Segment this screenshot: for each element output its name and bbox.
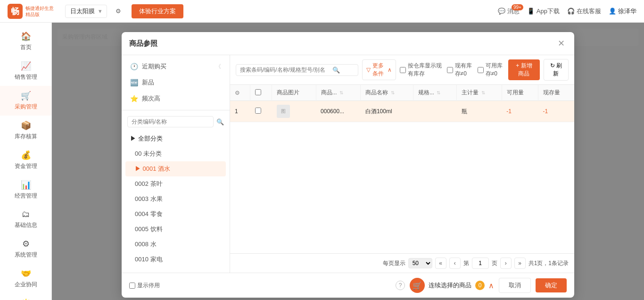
tree-item-uncategorized[interactable]: 00 未分类 [125, 146, 226, 161]
phone-icon: 📱 [527, 8, 535, 15]
footer-left: 显示停用 [129, 282, 160, 290]
row-num: 1 [230, 101, 250, 122]
star-icon: ⭐ [130, 95, 138, 102]
confirm-button[interactable]: 确定 [536, 278, 567, 292]
tree-item-0002[interactable]: 0002 茶叶 [125, 176, 226, 192]
user-avatar[interactable]: 👤 徐泽华 [609, 7, 636, 16]
available-stock-checkbox[interactable] [478, 67, 484, 73]
row-checkbox[interactable] [250, 101, 272, 122]
new-product-tab[interactable]: 🆕 新品 [125, 75, 226, 90]
clock-icon: 🕐 [130, 63, 138, 70]
first-page-button[interactable]: « [435, 258, 446, 269]
sidebar-item-enterprise[interactable]: 🤝 企业协同 [0, 264, 51, 293]
tree-item-0008[interactable]: 0008 水 [125, 237, 226, 252]
available-stock-filter[interactable]: 可用库存≠0 [478, 62, 504, 78]
prev-page-button[interactable]: ‹ [449, 258, 461, 269]
enterprise-icon: 🤝 [21, 268, 31, 279]
th-available[interactable]: 可用量 [502, 85, 538, 101]
experience-button[interactable]: 体验行业方案 [132, 4, 183, 18]
sidebar-item-basic-info[interactable]: 🗂 基础信息 [0, 205, 51, 234]
tree-item-0001[interactable]: ▶ 0001 酒水 [125, 161, 226, 176]
sidebar: 🏠 首页 📈 销售管理 🛒 采购管理 📦 库存核算 💰 资金管理 📊 经营管理 … [0, 23, 52, 300]
product-search-input[interactable] [240, 67, 330, 73]
select-all-checkbox[interactable] [255, 89, 261, 95]
sidebar-item-inventory[interactable]: 📦 库存核算 [0, 116, 51, 145]
category-search-row: 🔍 [122, 114, 230, 129]
warehouse-stock-checkbox[interactable] [400, 67, 406, 73]
content-area: 采购管理内容区域 商品参照 ✕ 🕐 近期购买 [52, 23, 644, 300]
divider [122, 110, 230, 110]
modal-overlay: 商品参照 ✕ 🕐 近期购买 《 � [52, 23, 644, 300]
th-settings[interactable]: ⚙ [230, 85, 250, 101]
product-table: ⚙ 商品图片 商品... ⇅ 商品名称 ⇅ 规格... ⇅ 主计量 ⇅ 可用量 [230, 85, 574, 122]
category-search-icon[interactable]: 🔍 [216, 118, 224, 125]
tree-item-0003[interactable]: 0003 水果 [125, 192, 226, 207]
branch-selector[interactable]: 日太阳膜 ▾ [65, 5, 107, 18]
recent-purchase-tab[interactable]: 🕐 近期购买 《 [125, 59, 226, 74]
collapse-icon[interactable]: 《 [215, 63, 221, 71]
product-table-container: ⚙ 商品图片 商品... ⇅ 商品名称 ⇅ 规格... ⇅ 主计量 ⇅ 可用量 [230, 85, 574, 253]
collapse-up-icon[interactable]: ∧ [488, 281, 494, 290]
sidebar-item-sales[interactable]: 📈 销售管理 [0, 56, 51, 86]
next-page-button[interactable]: › [500, 258, 512, 269]
right-panel: 🔍 ▽ 更多条件 ∧ 按仓库显示现有库存 [230, 55, 574, 273]
th-name[interactable]: 商品名称 ⇅ [361, 85, 413, 101]
table-header-row: ⚙ 商品图片 商品... ⇅ 商品名称 ⇅ 规格... ⇅ 主计量 ⇅ 可用量 [230, 85, 574, 101]
tree-item-all[interactable]: ▶ 全部分类 [125, 131, 226, 146]
operation-icon: 📊 [21, 180, 31, 190]
filter-button[interactable]: ▽ 更多条件 ∧ [362, 59, 396, 80]
modal-body: 🕐 近期购买 《 🆕 新品 ⭐ 频次高 [122, 55, 574, 273]
messages-button[interactable]: 💬 消息 99+ [498, 7, 520, 16]
show-disabled-checkbox[interactable] [129, 283, 135, 289]
th-code[interactable]: 商品... ⇅ [316, 85, 361, 101]
sidebar-item-guide[interactable]: 🌟 新手引导 [0, 293, 51, 300]
th-image: 商品图片 [272, 85, 316, 101]
current-stock-checkbox[interactable] [447, 67, 453, 73]
modal-header: 商品参照 ✕ [122, 32, 574, 55]
search-icon[interactable]: 🔍 [332, 67, 340, 74]
sidebar-item-home[interactable]: 🏠 首页 [0, 26, 51, 56]
tree-item-0010[interactable]: 0010 家电 [125, 252, 226, 267]
refresh-button[interactable]: ↻ 刷新 [544, 59, 569, 81]
sidebar-item-purchase[interactable]: 🛒 采购管理 [0, 86, 51, 116]
category-search-input[interactable] [127, 116, 214, 127]
th-checkbox[interactable] [250, 85, 272, 101]
high-frequency-tab[interactable]: ⭐ 频次高 [125, 91, 226, 106]
th-spec[interactable]: 规格... ⇅ [413, 85, 457, 101]
nav-right: 💬 消息 99+ 📱 App下载 🎧 在线客服 👤 徐泽华 [498, 7, 636, 16]
last-page-button[interactable]: » [514, 258, 526, 269]
row-select-checkbox[interactable] [255, 108, 261, 114]
show-disabled-filter[interactable]: 显示停用 [129, 282, 160, 290]
home-icon: 🏠 [21, 31, 31, 42]
th-unit[interactable]: 主计量 ⇅ [457, 85, 502, 101]
tree-item-0005[interactable]: 0005 饮料 [125, 222, 226, 237]
cart-button[interactable]: 🛒 [410, 278, 425, 293]
page-number-input[interactable] [472, 258, 489, 269]
customer-service-button[interactable]: 🎧 在线客服 [567, 7, 601, 16]
cancel-button[interactable]: 取消 [499, 278, 531, 293]
finance-icon: 💰 [21, 150, 31, 160]
message-badge: 99+ [512, 4, 523, 10]
logo-text: 畅捷通好生意 精品版 [25, 5, 54, 17]
current-stock-filter[interactable]: 现有库存≠0 [447, 62, 474, 78]
sidebar-item-finance[interactable]: 💰 资金管理 [0, 145, 51, 175]
close-icon[interactable]: ✕ [555, 38, 567, 49]
warehouse-stock-filter[interactable]: 按仓库显示现有库存 [400, 62, 443, 78]
help-icon[interactable]: ? [396, 281, 405, 290]
tree-item-0004[interactable]: 0004 零食 [125, 207, 226, 222]
logo-icon: 畅 [8, 4, 23, 19]
sidebar-item-operation[interactable]: 📊 经营管理 [0, 175, 51, 205]
cart-count-badge: 0 [475, 281, 485, 290]
left-panel: 🕐 近期购买 《 🆕 新品 ⭐ 频次高 [122, 55, 230, 273]
chevron-down-icon: ▾ [99, 8, 102, 15]
app-download-button[interactable]: 📱 App下载 [527, 7, 560, 16]
settings-icon[interactable]: ⚙ [111, 4, 126, 19]
row-available: -1 [502, 101, 538, 122]
sidebar-item-system[interactable]: ⚙ 系统管理 [0, 234, 51, 264]
add-product-button[interactable]: + 新增商品 [508, 59, 540, 80]
table-row[interactable]: 1 图 000600... 白酒100ml 瓶 [230, 101, 574, 122]
page-size-select[interactable]: 50 100 200 [408, 258, 432, 268]
row-unit: 瓶 [457, 101, 502, 122]
th-current[interactable]: 现存量 [538, 85, 574, 101]
modal-title: 商品参照 [129, 39, 157, 48]
